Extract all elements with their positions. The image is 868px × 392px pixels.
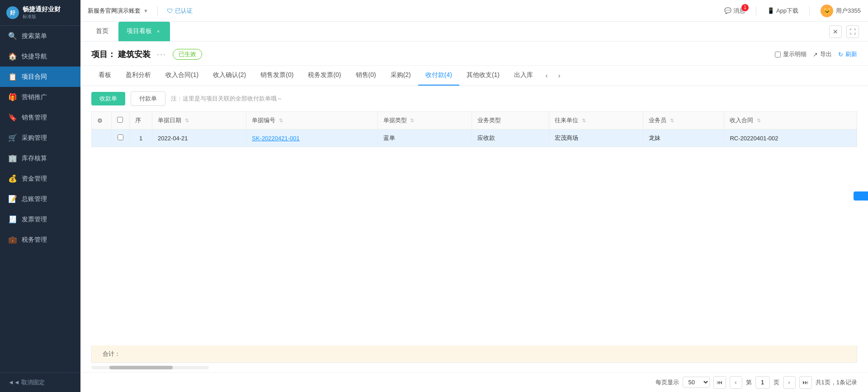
sidebar-item-label: 快捷导航 — [22, 53, 47, 61]
user-menu[interactable]: 🐱 用户3355 — [821, 5, 861, 17]
select-all-checkbox[interactable] — [117, 117, 123, 123]
tab-home[interactable]: 首页 — [88, 22, 117, 41]
payment-filter-button[interactable]: 付款单 — [131, 91, 165, 106]
date-sort-icon: ⇅ — [185, 118, 189, 123]
user-avatar: 🐱 — [821, 5, 833, 17]
certified-label: 已认证 — [175, 7, 193, 15]
subtab-kanban[interactable]: 看板 — [91, 66, 118, 86]
subtab-tax-invoice[interactable]: 税务发票(0) — [301, 66, 348, 86]
per-page-select[interactable]: 50 10 20 100 — [683, 377, 710, 388]
th-partner[interactable]: 往来单位 ⇅ — [549, 112, 643, 129]
prev-page-button[interactable]: ‹ — [730, 376, 742, 389]
th-date[interactable]: 单据日期 ⇅ — [152, 112, 246, 129]
filter-row: 收款单 付款单 注：这里是与项目关联的全部收付款单哦～ — [80, 86, 868, 111]
th-type[interactable]: 单据类型 ⇅ — [377, 112, 472, 129]
table-container: ⚙ 序 单据日期 ⇅ 单据编号 ⇅ 单据类型 ⇅ — [80, 111, 868, 345]
inventory-icon: 🏢 — [8, 154, 17, 163]
receipts-filter-button[interactable]: 收款单 — [91, 92, 125, 105]
row-checkbox[interactable] — [118, 134, 123, 140]
subtab-other-income[interactable]: 其他收支(1) — [459, 66, 507, 86]
subtab-revenue-confirm[interactable]: 收入确认(2) — [206, 66, 253, 86]
export-button[interactable]: ↗ 导出 — [813, 50, 832, 58]
sidebar-header: 好 畅捷通好业财 标准版 — [0, 0, 80, 26]
sidebar-nav-list: 🔍 搜索菜单 🏠 快捷导航 📋 项目合同 🎁 营销推广 🔖 销售管理 🛒 采购管… — [0, 26, 80, 373]
sidebar-item-nav[interactable]: 🏠 快捷导航 — [0, 46, 80, 67]
project-selector[interactable]: 新服务官网演示账套 ▼ — [88, 7, 148, 15]
project-label-prefix: 项目： — [91, 50, 116, 59]
partner-sort-icon: ⇅ — [582, 118, 586, 123]
sidebar-unpin-button[interactable]: ◄◄ 取消固定 — [0, 373, 80, 392]
subtab-receipts[interactable]: 收付款(4) — [418, 66, 459, 86]
feedback-button[interactable]: 反馈 — [854, 191, 868, 201]
sidebar-item-contract[interactable]: 📋 项目合同 — [0, 67, 80, 87]
project-name: 新服务官网演示账套 — [88, 7, 141, 15]
td-checkbox — [112, 129, 130, 147]
sidebar-item-marketing[interactable]: 🎁 营销推广 — [0, 87, 80, 107]
app-download-button[interactable]: 📱 App下载 — [767, 7, 798, 15]
sidebar-item-label: 采购管理 — [22, 134, 47, 142]
tabbar-actions: ✕ ⛶ — [829, 22, 861, 41]
td-partner: 宏茂商场 — [549, 129, 643, 147]
sidebar-item-search[interactable]: 🔍 搜索菜单 — [0, 26, 80, 46]
tabbar: 首页 项目看板 × ✕ ⛶ — [80, 22, 868, 42]
topbar-divider3 — [809, 6, 810, 15]
messages-badge: 1 — [741, 4, 749, 11]
scroll-track[interactable] — [91, 366, 209, 369]
certified-badge: 🛡 已认证 — [167, 7, 193, 15]
next-page-button[interactable]: › — [783, 376, 796, 389]
subtab-purchase[interactable]: 采购(2) — [383, 66, 418, 86]
th-salesman[interactable]: 业务员 ⇅ — [643, 112, 724, 129]
total-pages-info: 共1页，1条记录 — [816, 378, 857, 387]
page-label: 第 — [746, 378, 752, 387]
scroll-thumb[interactable] — [109, 366, 173, 369]
type-sort-icon: ⇅ — [410, 118, 414, 123]
contract-icon: 📋 — [8, 72, 17, 81]
th-biz-type: 业务类型 — [472, 112, 549, 129]
th-settings[interactable]: ⚙ — [92, 112, 112, 129]
subtab-sales-invoice[interactable]: 销售发票(0) — [253, 66, 301, 86]
subtab-revenue-contract[interactable]: 收入合同(1) — [158, 66, 206, 86]
subtab-sales[interactable]: 销售(0) — [349, 66, 383, 86]
export-label: 导出 — [820, 50, 832, 58]
show-detail-checkbox[interactable]: 显示明细 — [775, 50, 807, 58]
last-page-button[interactable]: ⏭ — [799, 376, 812, 389]
tab-project-board[interactable]: 项目看板 × — [118, 22, 170, 41]
maximize-button[interactable]: ⛶ — [846, 25, 859, 38]
app-logo: 好 — [6, 6, 19, 19]
td-salesman: 龙妹 — [643, 129, 724, 147]
subtab-next-arrow[interactable]: › — [553, 69, 566, 82]
td-settings — [92, 129, 112, 147]
subtab-profit[interactable]: 盈利分析 — [118, 66, 158, 86]
td-date: 2022-04-21 — [152, 129, 246, 147]
project-actions: 显示明细 ↗ 导出 ↻ 刷新 — [775, 50, 857, 58]
main-area: 新服务官网演示账套 ▼ 🛡 已认证 💬 消息 1 📱 App下载 🐱 用户335… — [80, 0, 868, 392]
topbar-right: 💬 消息 1 📱 App下载 🐱 用户3355 — [724, 5, 861, 17]
subtab-prev-arrow[interactable]: ‹ — [540, 69, 553, 82]
th-contract[interactable]: 收入合同 ⇅ — [724, 112, 857, 129]
sidebar-item-ledger[interactable]: 📝 总账管理 — [0, 189, 80, 209]
refresh-button[interactable]: ↻ 刷新 — [838, 50, 857, 58]
sidebar-item-sales[interactable]: 🔖 销售管理 — [0, 107, 80, 128]
show-detail-input[interactable] — [775, 52, 781, 57]
sidebar-item-label: 总账管理 — [22, 195, 47, 203]
tab-close-button[interactable]: × — [155, 28, 162, 35]
close-window-button[interactable]: ✕ — [829, 25, 842, 38]
contract-sort-icon: ⇅ — [757, 118, 761, 123]
sidebar-item-purchase[interactable]: 🛒 采购管理 — [0, 128, 80, 148]
project-more-button[interactable]: ··· — [157, 50, 166, 59]
sidebar-item-invoice[interactable]: 🧾 发票管理 — [0, 209, 80, 229]
td-num: 1 — [130, 129, 152, 147]
first-page-button[interactable]: ⏮ — [713, 376, 726, 389]
sidebar-item-label: 项目合同 — [22, 73, 47, 81]
sidebar-item-inventory[interactable]: 🏢 库存核算 — [0, 148, 80, 168]
data-table: ⚙ 序 单据日期 ⇅ 单据编号 ⇅ 单据类型 ⇅ — [91, 111, 857, 147]
subtab-in-out[interactable]: 出入库 — [507, 66, 540, 86]
sidebar-item-label: 营销推广 — [22, 93, 47, 101]
messages-button[interactable]: 💬 消息 1 — [724, 7, 745, 15]
fund-icon: 💰 — [8, 174, 17, 183]
sidebar-item-fund[interactable]: 💰 资金管理 — [0, 168, 80, 189]
code-link[interactable]: SK-20220421-001 — [252, 135, 300, 142]
th-code[interactable]: 单据编号 ⇅ — [246, 112, 377, 129]
project-status-badge: 已生效 — [173, 49, 202, 60]
sidebar-item-tax[interactable]: 💼 税务管理 — [0, 229, 80, 250]
